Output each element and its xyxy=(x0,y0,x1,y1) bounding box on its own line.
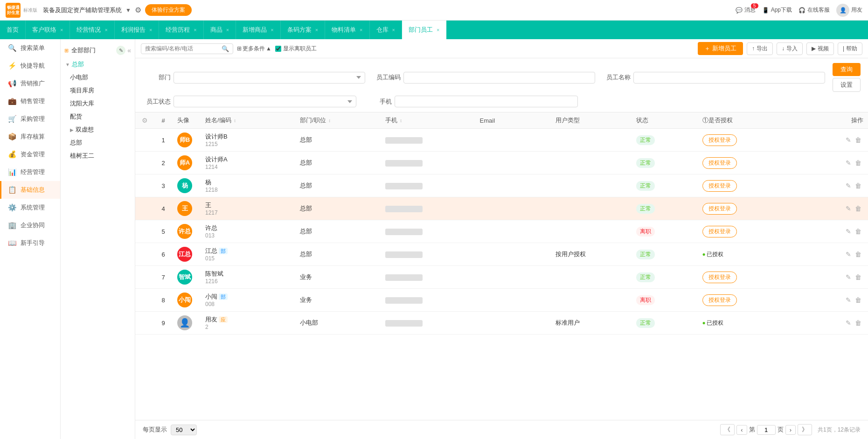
close-operation-icon[interactable]: × xyxy=(104,27,107,33)
tab-home[interactable]: 首页 xyxy=(0,21,26,39)
delete-btn[interactable]: 🗑 xyxy=(853,250,863,259)
close-history-icon[interactable]: × xyxy=(194,27,196,33)
show-resigned-label[interactable]: 显示离职员工 xyxy=(275,45,317,53)
edit-btn[interactable]: ✎ xyxy=(844,318,853,328)
tab-customer[interactable]: 客户联络 × xyxy=(26,21,70,39)
delete-btn[interactable]: 🗑 xyxy=(853,158,863,167)
dept-item-plant[interactable]: 植树王二 xyxy=(61,149,135,162)
search-input-wrap[interactable]: 🔍 xyxy=(141,43,233,54)
help-btn[interactable]: | 帮助 xyxy=(838,42,862,55)
col-dept[interactable]: 部门/职位 ↕ xyxy=(295,112,381,129)
phone-input[interactable] xyxy=(395,96,577,107)
edit-btn[interactable]: ✎ xyxy=(844,158,853,167)
dept-item-hq[interactable]: 总部 xyxy=(61,136,135,149)
auth-login-btn[interactable]: 授权登录 xyxy=(702,203,737,215)
delete-btn[interactable]: 🗑 xyxy=(853,204,863,213)
dept-item-double[interactable]: ▶ 双虚想 xyxy=(61,123,135,136)
dept-item-distribution[interactable]: 配货 xyxy=(61,110,135,123)
dept-item-small[interactable]: 小电部 xyxy=(61,71,135,84)
close-goods-icon[interactable]: × xyxy=(226,27,229,33)
sidebar-item-guide[interactable]: 📖 新手引导 xyxy=(0,234,60,252)
sidebar-item-marketing[interactable]: 📢 营销推广 xyxy=(0,75,60,92)
tab-operation[interactable]: 经营情况 × xyxy=(70,21,114,39)
close-profit-icon[interactable]: × xyxy=(149,27,152,33)
edit-btn[interactable]: ✎ xyxy=(844,135,853,145)
delete-btn[interactable]: 🗑 xyxy=(853,272,863,282)
set-btn[interactable]: 设置 xyxy=(833,78,861,92)
search-input[interactable] xyxy=(145,45,220,52)
next-page-btn[interactable]: › xyxy=(785,425,796,435)
more-conditions-btn[interactable]: ⊞ 更多条件 ▲ xyxy=(237,45,271,53)
export-btn[interactable]: ↑ 导出 xyxy=(747,42,773,55)
sort-phone-icon[interactable]: ↕ xyxy=(400,118,402,123)
close-customer-icon[interactable]: × xyxy=(60,27,63,33)
sidebar-item-finance[interactable]: 💰 资金管理 xyxy=(0,146,60,163)
col-settings-icon[interactable]: ⚙ xyxy=(142,117,148,124)
tab-employees[interactable]: 部门员工 × xyxy=(402,21,446,39)
edit-btn[interactable]: ✎ xyxy=(844,295,853,305)
col-phone[interactable]: 手机 ↕ xyxy=(381,112,475,129)
dept-item-general[interactable]: ▼ 总部 xyxy=(61,58,135,71)
close-new-goods-icon[interactable]: × xyxy=(271,27,273,33)
tab-history[interactable]: 经营历程 × xyxy=(159,21,203,39)
delete-btn[interactable]: 🗑 xyxy=(853,181,863,190)
auth-login-btn[interactable]: 授权登录 xyxy=(702,294,737,306)
delete-btn[interactable]: 🗑 xyxy=(853,295,863,305)
sidebar-item-search[interactable]: 🔍 搜索菜单 xyxy=(0,39,60,57)
delete-btn[interactable]: 🗑 xyxy=(853,227,863,236)
auth-login-btn[interactable]: 授权登录 xyxy=(702,180,737,192)
sidebar-item-enterprise[interactable]: 🏢 企业协同 xyxy=(0,216,60,234)
trial-btn[interactable]: 体验行业方案 xyxy=(145,4,192,16)
auth-login-btn[interactable]: 授权登录 xyxy=(702,272,737,283)
col-name-code[interactable]: 姓名/编码 ↕ xyxy=(201,112,295,129)
add-employee-btn[interactable]: ＋ 新增员工 xyxy=(698,42,743,55)
delete-btn[interactable]: 🗑 xyxy=(853,135,863,145)
sort-name-icon[interactable]: ↕ xyxy=(234,118,236,123)
emp-name-input[interactable] xyxy=(633,72,825,84)
close-employees-icon[interactable]: × xyxy=(437,27,439,33)
view-btn[interactable]: ▶ 视频 xyxy=(806,42,834,55)
sidebar-item-sales[interactable]: 💼 销售管理 xyxy=(0,92,60,110)
dept-select[interactable] xyxy=(174,72,365,84)
col-settings[interactable]: ⚙ xyxy=(135,112,154,129)
edit-btn[interactable]: ✎ xyxy=(844,250,853,259)
sidebar-item-operation[interactable]: 📊 经营管理 xyxy=(0,163,60,181)
last-page-btn[interactable]: 》 xyxy=(798,424,812,435)
first-page-btn[interactable]: 《 xyxy=(720,424,735,435)
sidebar-item-inventory[interactable]: 📦 库存核算 xyxy=(0,128,60,146)
sidebar-item-purchase[interactable]: 🛒 采购管理 xyxy=(0,110,60,128)
dept-collapse-btn[interactable]: « xyxy=(127,47,131,54)
dept-item-shenyang[interactable]: 沈阳大库 xyxy=(61,97,135,110)
search-btn[interactable]: 查询 xyxy=(833,63,861,76)
tab-profit[interactable]: 利润报告 × xyxy=(115,21,159,39)
dept-edit-btn[interactable]: ✎ xyxy=(116,46,125,55)
sort-dept-icon[interactable]: ↕ xyxy=(328,118,331,123)
prev-page-btn[interactable]: ‹ xyxy=(736,425,747,435)
app-download-item[interactable]: 📱 App下载 xyxy=(762,6,792,14)
dept-item-project[interactable]: 项目库房 xyxy=(61,84,135,97)
gear-btn[interactable]: ⚙ xyxy=(135,6,141,14)
page-input[interactable] xyxy=(757,425,776,435)
import-btn[interactable]: ↓ 导入 xyxy=(777,42,803,55)
edit-btn[interactable]: ✎ xyxy=(844,181,853,190)
tab-bom[interactable]: 物料清单 × xyxy=(325,21,369,39)
tab-barcode[interactable]: 条码方案 × xyxy=(281,21,325,39)
show-resigned-checkbox[interactable] xyxy=(275,46,281,52)
sys-dropdown-btn[interactable]: ▼ xyxy=(125,7,131,14)
tab-new-goods[interactable]: 新增商品 × xyxy=(236,21,280,39)
auth-login-btn[interactable]: 授权登录 xyxy=(702,134,737,146)
message-item[interactable]: 💬 消息 5 xyxy=(736,6,756,14)
sidebar-item-shortcut[interactable]: ⚡ 快捷导航 xyxy=(0,57,60,75)
close-bom-icon[interactable]: × xyxy=(360,27,362,33)
emp-status-select[interactable] xyxy=(174,96,356,107)
auth-login-btn[interactable]: 授权登录 xyxy=(702,157,737,169)
edit-btn[interactable]: ✎ xyxy=(844,272,853,282)
sidebar-item-basic[interactable]: 📋 基础信息 xyxy=(0,181,60,199)
auth-login-btn[interactable]: 授权登录 xyxy=(702,226,737,237)
close-barcode-icon[interactable]: × xyxy=(315,27,318,33)
delete-btn[interactable]: 🗑 xyxy=(853,318,863,328)
close-warehouse-icon[interactable]: × xyxy=(392,27,395,33)
user-area[interactable]: 👤 用友 xyxy=(836,4,862,17)
tab-warehouse[interactable]: 仓库 × xyxy=(370,21,402,39)
tab-goods[interactable]: 商品 × xyxy=(204,21,236,39)
